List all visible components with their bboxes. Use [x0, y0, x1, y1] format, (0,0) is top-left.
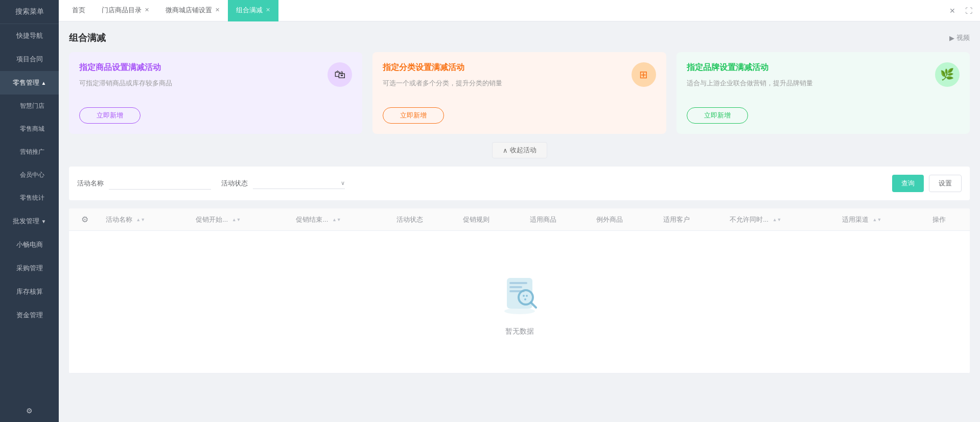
col-operation: 操作 [927, 208, 970, 231]
content-area: 组合满减 ▶ 视频 🛍 指定商品设置满减活动 可指定滞销商品或库存较多商品 立即… [59, 21, 980, 422]
product-card-title: 指定商品设置满减活动 [79, 62, 352, 73]
svg-rect-2 [509, 282, 527, 284]
table-header-row: ⚙ 活动名称 ▲▼ 促销开始... ▲▼ 促销结束... ▲▼ [69, 208, 970, 231]
col-channel-label: 适用渠道 [842, 216, 869, 223]
col-name: 活动名称 ▲▼ [101, 208, 191, 231]
product-card-add-btn[interactable]: 立即新增 [79, 107, 141, 124]
svg-point-8 [523, 295, 525, 297]
sidebar-item-quick-nav[interactable]: 快捷导航 [0, 24, 59, 48]
sidebar-item-finance[interactable]: 资金管理 [0, 303, 59, 327]
brand-card-icon: 🌿 [935, 62, 960, 87]
collapse-activity-btn[interactable]: ∧ 收起活动 [492, 142, 547, 158]
col-rules: 促销规则 [458, 208, 524, 231]
close-window-btn[interactable]: ✕ [946, 5, 959, 17]
empty-state-row: 暂无数据 [69, 231, 970, 373]
col-name-sort[interactable]: ▲▼ [136, 217, 145, 222]
col-start: 促销开始... ▲▼ [191, 208, 291, 231]
tab-combo-discount[interactable]: 组合满减 ✕ [228, 0, 278, 21]
chevron-up-icon: ▲ [41, 80, 46, 86]
activity-status-label: 活动状态 [221, 179, 248, 188]
query-btn[interactable]: 查询 [892, 175, 924, 192]
sidebar-item-smart-store[interactable]: 智慧门店 [0, 95, 59, 118]
page-title: 组合满减 [69, 32, 106, 44]
col-settings: ⚙ [69, 208, 101, 231]
collapse-bar: ∧ 收起活动 [69, 142, 970, 158]
col-start-sort[interactable]: ▲▼ [232, 217, 241, 222]
chevron-up-icon: ∧ [503, 147, 508, 154]
tab-wechat-store[interactable]: 微商城店铺设置 ✕ [157, 0, 228, 21]
activity-status-select[interactable]: ∨ [253, 178, 345, 189]
tab-wechat-store-close[interactable]: ✕ [215, 7, 220, 13]
video-btn[interactable]: ▶ 视频 [949, 33, 970, 42]
tab-wechat-store-label: 微商城店铺设置 [166, 6, 212, 15]
col-no-same-time-sort[interactable]: ▲▼ [773, 217, 782, 222]
tab-combo-discount-label: 组合满减 [236, 6, 263, 15]
brand-card-desc: 适合与上游企业联合做营销，提升品牌销量 [687, 78, 960, 88]
svg-point-9 [526, 295, 528, 297]
svg-point-10 [524, 298, 526, 300]
main-area: 首页 门店商品目录 ✕ 微商城店铺设置 ✕ 组合满减 ✕ ✕ ⛶ 组合满减 ▶ … [59, 0, 980, 422]
chevron-down-icon: ∨ [341, 180, 345, 186]
sidebar-item-wholesale-mgmt[interactable]: 批发管理 ▼ [0, 209, 59, 233]
col-end: 促销结束... ▲▼ [291, 208, 391, 231]
col-goods: 适用商品 [525, 208, 591, 231]
search-bar: 活动名称 活动状态 ∨ 查询 设置 [69, 167, 970, 200]
category-card-icon: ⊞ [632, 62, 656, 87]
sidebar-item-xiaochangec[interactable]: 小畅电商 [0, 233, 59, 256]
sidebar-settings-btn[interactable]: ⚙ [0, 400, 59, 422]
activity-card-category: ⊞ 指定分类设置满减活动 可选一个或者多个分类，提升分类的销量 立即新增 [372, 52, 666, 134]
sidebar-item-retail-mall[interactable]: 零售商城 [0, 118, 59, 140]
table-body: 暂无数据 [69, 231, 970, 373]
gear-icon: ⚙ [26, 407, 33, 415]
product-card-desc: 可指定滞销商品或库存较多商品 [79, 78, 352, 88]
fullscreen-btn[interactable]: ⛶ [963, 5, 975, 17]
empty-state: 暂无数据 [74, 237, 965, 367]
sidebar-item-retail-stats[interactable]: 零售统计 [0, 186, 59, 209]
product-card-icon: 🛍 [328, 62, 352, 87]
sidebar-item-purchase-mgmt[interactable]: 采购管理 [0, 256, 59, 280]
table-settings-icon[interactable]: ⚙ [74, 215, 96, 224]
col-end-label: 促销结束... [296, 216, 328, 223]
col-end-sort[interactable]: ▲▼ [332, 217, 341, 222]
tab-product-catalog-label: 门店商品目录 [102, 6, 142, 15]
col-status: 活动状态 [391, 208, 458, 231]
activity-name-label: 活动名称 [77, 179, 104, 188]
brand-card-add-btn[interactable]: 立即新增 [687, 107, 748, 124]
activity-table: ⚙ 活动名称 ▲▼ 促销开始... ▲▼ 促销结束... ▲▼ [69, 208, 970, 373]
tab-product-catalog-close[interactable]: ✕ [145, 7, 149, 13]
play-icon: ▶ [949, 34, 954, 42]
sidebar-item-member-center[interactable]: 会员中心 [0, 163, 59, 186]
activity-card-brand: 🌿 指定品牌设置满减活动 适合与上游企业联合做营销，提升品牌销量 立即新增 [676, 52, 970, 134]
tab-bar: 首页 门店商品目录 ✕ 微商城店铺设置 ✕ 组合满减 ✕ ✕ ⛶ [59, 0, 980, 21]
empty-illustration [494, 268, 545, 319]
sidebar-item-retail-mgmt-label: 零售管理 [13, 78, 39, 87]
empty-text: 暂无数据 [505, 327, 534, 336]
settings-btn[interactable]: 设置 [929, 175, 962, 192]
svg-point-0 [504, 308, 535, 314]
search-actions: 查询 设置 [892, 175, 962, 192]
activity-name-input[interactable] [109, 177, 211, 190]
sidebar-item-marketing[interactable]: 营销推广 [0, 140, 59, 163]
video-btn-label: 视频 [956, 33, 970, 42]
svg-point-6 [521, 292, 531, 302]
table-container: ⚙ 活动名称 ▲▼ 促销开始... ▲▼ 促销结束... ▲▼ [69, 208, 970, 373]
tab-product-catalog[interactable]: 门店商品目录 ✕ [94, 0, 157, 21]
col-no-same-time-label: 不允许同时... [730, 216, 768, 223]
tab-combo-discount-close[interactable]: ✕ [266, 7, 270, 13]
category-card-title: 指定分类设置满减活动 [383, 62, 656, 73]
sidebar-item-retail-mgmt[interactable]: 零售管理 ▲ [0, 71, 59, 95]
sidebar-item-project-contract[interactable]: 项目合同 [0, 48, 59, 71]
activity-status-field: 活动状态 ∨ [221, 178, 345, 189]
category-card-desc: 可选一个或者多个分类，提升分类的销量 [383, 78, 656, 88]
page-header: 组合满减 ▶ 视频 [69, 32, 970, 44]
tab-home[interactable]: 首页 [64, 0, 94, 21]
category-card-add-btn[interactable]: 立即新增 [383, 107, 444, 124]
col-channel-sort[interactable]: ▲▼ [873, 217, 882, 222]
sidebar-item-inventory[interactable]: 库存核算 [0, 280, 59, 303]
chevron-down-icon: ▼ [41, 219, 46, 224]
sidebar-search[interactable]: 搜索菜单 [0, 0, 59, 24]
activity-cards: 🛍 指定商品设置满减活动 可指定滞销商品或库存较多商品 立即新增 ⊞ 指定分类设… [69, 52, 970, 134]
col-no-same-time: 不允许同时... ▲▼ [725, 208, 837, 231]
collapse-btn-label: 收起活动 [510, 146, 536, 155]
col-start-label: 促销开始... [196, 216, 228, 223]
